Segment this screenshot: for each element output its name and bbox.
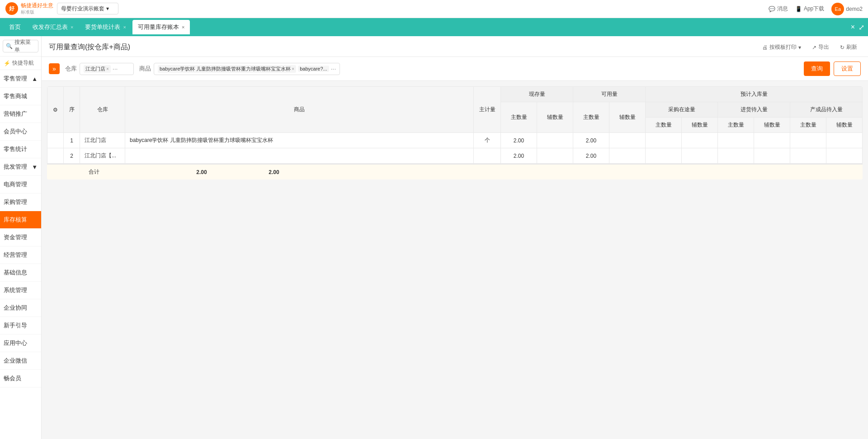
sidebar-item-chang-member[interactable]: 畅会员 [0, 370, 41, 387]
sidebar-item-finance[interactable]: 资金管理 [0, 229, 41, 246]
expand-icon[interactable]: ⤢ [859, 23, 864, 32]
warehouse-input[interactable]: 江北门店 × ··· [80, 63, 134, 75]
tab-home[interactable]: 首页 [4, 20, 26, 34]
main-layout: 🔍 搜索菜单 ⚡ 快捷导航 零售管理 ▲ 零售商城 营销推广 会员中心 零售统计… [0, 36, 868, 439]
th-purchase-main: 主数量 [646, 118, 682, 133]
settings-button[interactable]: 设置 [834, 61, 861, 76]
sidebar-item-quick-nav[interactable]: ⚡ 快捷导航 [0, 57, 41, 70]
product-ellipsis-icon[interactable]: ··· [331, 65, 336, 72]
page-header-actions: 🖨 按模板打印 ▾ ↗ 导出 ↻ 刷新 [759, 42, 861, 53]
logo-sub: 标准版 [21, 9, 53, 15]
row-purchase-main [646, 133, 682, 148]
tab-ke-yong-liang[interactable]: 可用量库存账本 × [132, 20, 190, 34]
row-product: babycare学饮杯 儿童防摔防撞吸管杯重力球吸嘴杯宝宝水杯 [125, 133, 474, 148]
page-header: 可用量查询(按仓库+商品) 🖨 按模板打印 ▾ ↗ 导出 ↻ 刷新 [42, 36, 868, 57]
filter-toggle-btn[interactable]: » [49, 63, 60, 74]
row-product [125, 148, 474, 164]
sidebar-item-wholesale-mgmt[interactable]: 批发管理 ▼ [0, 158, 41, 176]
top-bar-left: 好 畅捷通好生意 标准版 母婴行业演示账套 ▾ [5, 2, 118, 15]
sidebar-item-retail-mgmt[interactable]: 零售管理 ▲ [0, 70, 41, 88]
print-template-btn[interactable]: 🖨 按模板打印 ▾ [759, 42, 805, 53]
row-product-aux [826, 133, 863, 148]
row-product-main [790, 133, 826, 148]
table-footer: 合计 2.00 2.00 [47, 164, 863, 179]
logo-icon: 好 [5, 2, 18, 15]
tag-close-icon[interactable]: × [292, 66, 294, 71]
sidebar-item-member-center[interactable]: 会员中心 [0, 123, 41, 141]
refresh-btn[interactable]: ↻ 刷新 [836, 42, 861, 53]
filter-bar: » 仓库 江北门店 × ··· 商品 babycare学饮杯 儿童防摔防撞吸管杯… [42, 57, 868, 81]
th-settings[interactable]: ⚙ [47, 87, 64, 133]
close-all-tabs-icon[interactable]: × [851, 23, 855, 31]
warehouse-filter-group: 仓库 江北门店 × ··· [65, 63, 134, 75]
table-row: 1 江北门店 babycare学饮杯 儿童防摔防撞吸管杯重力球吸嘴杯宝宝水杯 个… [47, 133, 863, 148]
th-warehouse: 仓库 [80, 87, 125, 133]
nav-tabs: 首页 收发存汇总表 × 要货单统计表 × 可用量库存账本 × × ⤢ [0, 18, 868, 36]
user-profile[interactable]: Ea demo2 [831, 3, 863, 15]
product-input[interactable]: babycare学饮杯 儿童防摔防撞吸管杯重力球吸嘴杯宝宝水杯 × babyca… [154, 63, 340, 75]
export-btn[interactable]: ↗ 导出 [808, 42, 833, 53]
sidebar-item-app-center[interactable]: 应用中心 [0, 335, 41, 352]
sidebar-item-system-mgmt[interactable]: 系统管理 [0, 282, 41, 299]
tab-yao-huo-dan[interactable]: 要货单统计表 × [80, 20, 131, 34]
tab-close-icon[interactable]: × [123, 24, 126, 30]
logo-text-block: 畅捷通好生意 标准版 [21, 2, 53, 15]
search-menu-btn[interactable]: 🔍 搜索菜单 [3, 40, 38, 52]
th-product-pending-group: 产成品待入量 [790, 102, 863, 118]
search-icon: 🔍 [6, 43, 13, 49]
row-product-aux [826, 148, 863, 164]
nav-right-actions: × ⤢ [851, 23, 864, 32]
product-tag-1: babycare学饮杯 儿童防摔防撞吸管杯重力球吸嘴杯宝宝水杯 × [158, 65, 296, 73]
sidebar-item-marketing[interactable]: 营销推广 [0, 105, 41, 123]
sidebar-item-new-guide[interactable]: 新手引导 [0, 317, 41, 335]
footer-total-label: 合计 [84, 168, 156, 176]
industry-select[interactable]: 母婴行业演示账套 ▾ [57, 3, 118, 14]
content-area: 可用量查询(按仓库+商品) 🖨 按模板打印 ▾ ↗ 导出 ↻ 刷新 [42, 36, 868, 439]
print-icon: 🖨 [762, 44, 768, 51]
logo-text: 畅捷通好生意 [21, 2, 53, 9]
th-num: 序 [64, 87, 80, 133]
th-stock-main: 主数量 [501, 102, 537, 133]
th-purchase-onway-group: 采购在途量 [646, 102, 718, 118]
tab-shou-fa-cun[interactable]: 收发存汇总表 × [27, 20, 79, 34]
th-main-unit: 主计量 [474, 87, 501, 133]
row-warehouse: 江北门店 [80, 133, 125, 148]
row-stock-main: 2.00 [501, 133, 537, 148]
row-avail-aux [609, 133, 646, 148]
tab-close-icon[interactable]: × [71, 24, 73, 30]
row-num: 2 [64, 148, 80, 164]
th-avail-aux: 辅数量 [609, 102, 646, 133]
table-row: 2 江北门店【... 2.00 2.00 [47, 148, 863, 164]
sidebar-item-retail-mall[interactable]: 零售商城 [0, 88, 41, 105]
th-pending-aux: 辅数量 [754, 118, 790, 133]
table-container: ⚙ 序 仓库 商品 主计量 现存量 可用量 预计入库量 主数量 辅数量 主数量 … [47, 86, 863, 179]
th-product: 商品 [125, 87, 474, 133]
query-button[interactable]: 查询 [804, 61, 830, 76]
sidebar-item-ecommerce[interactable]: 电商管理 [0, 176, 41, 194]
sidebar-item-inventory[interactable]: 库存核算 [0, 211, 41, 229]
sidebar-item-purchase[interactable]: 采购管理 [0, 194, 41, 211]
sidebar-item-retail-stats[interactable]: 零售统计 [0, 141, 41, 158]
row-stock-aux [537, 133, 573, 148]
warehouse-label: 仓库 [65, 65, 77, 73]
th-avail-main: 主数量 [573, 102, 609, 133]
sidebar-item-business-mgmt[interactable]: 经营管理 [0, 246, 41, 264]
sidebar-item-enterprise-wechat[interactable]: 企业微信 [0, 352, 41, 370]
product-label: 商品 [139, 65, 151, 73]
avatar: Ea [831, 3, 844, 15]
chevron-down-icon: ▾ [798, 44, 801, 51]
row-avail-aux [609, 148, 646, 164]
row-unit: 个 [474, 133, 501, 148]
ellipsis-icon[interactable]: ··· [113, 65, 118, 72]
filter-action-btns: 查询 设置 [804, 61, 861, 76]
th-pending-main: 主数量 [718, 118, 754, 133]
tab-close-icon[interactable]: × [182, 24, 184, 30]
sidebar-item-enterprise-collab[interactable]: 企业协同 [0, 299, 41, 317]
app-download-btn[interactable]: 📱 App下载 [795, 5, 824, 13]
sidebar-item-basic-info[interactable]: 基础信息 [0, 264, 41, 282]
message-btn[interactable]: 💬 消息 [769, 5, 788, 13]
product-tag-2: babycare?... [298, 66, 329, 72]
row-product-main [790, 148, 826, 164]
th-planned-in-group: 预计入库量 [646, 87, 863, 102]
tag-close-icon[interactable]: × [106, 66, 109, 71]
